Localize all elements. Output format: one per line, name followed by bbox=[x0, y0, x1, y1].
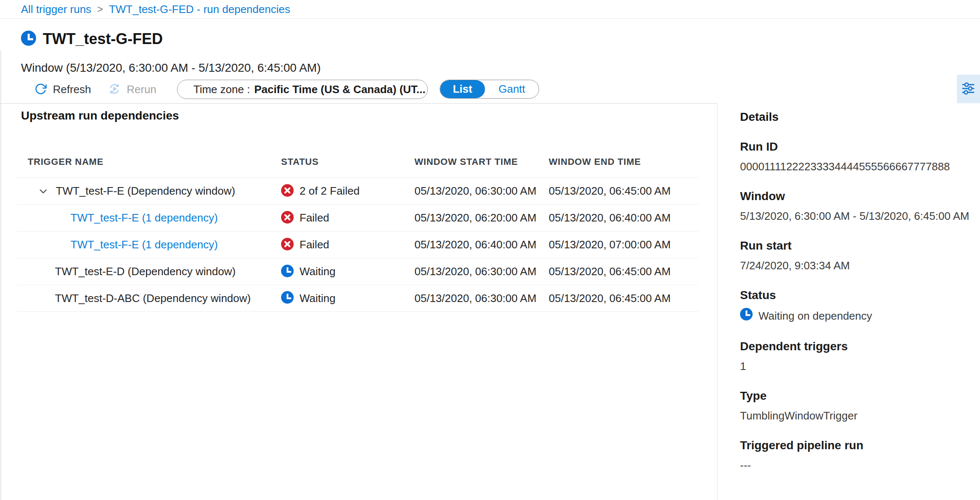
status-text: Waiting bbox=[300, 265, 336, 278]
refresh-icon bbox=[34, 83, 47, 96]
window-start-time: 05/13/2020, 06:30:00 AM bbox=[414, 292, 549, 305]
trigger-name-link[interactable]: TWT_test-F-E (1 dependency) bbox=[70, 211, 218, 224]
table-row: TWT_test-F-E (Dependency window)2 of 2 F… bbox=[17, 177, 699, 204]
details-field-value: 5/13/2020, 6:30:00 AM - 5/13/2020, 6:45:… bbox=[740, 209, 972, 223]
window-end-time: 05/13/2020, 06:40:00 AM bbox=[549, 211, 699, 224]
details-field-label: Run ID bbox=[740, 140, 778, 153]
status-cell: 2 of 2 Failed bbox=[281, 184, 414, 198]
timezone-value: Pacific Time (US & Canada) (UT... bbox=[254, 83, 425, 96]
sliders-icon bbox=[957, 81, 976, 98]
status-failed-icon bbox=[281, 238, 294, 252]
trigger-name-cell: TWT_test-E-D (Dependency window) bbox=[17, 265, 281, 278]
details-field: Run start7/24/2020, 9:03:34 AM bbox=[740, 239, 972, 273]
table-row: TWT_test-F-E (1 dependency)Failed05/13/2… bbox=[17, 231, 699, 258]
details-field: Run ID0000111122223333444455556666777788… bbox=[740, 140, 972, 174]
trigger-name: TWT_test-E-D (Dependency window) bbox=[55, 265, 236, 278]
status-text: Failed bbox=[300, 238, 329, 251]
details-field-text: 1 bbox=[740, 359, 746, 373]
details-field-text: Waiting on dependency bbox=[758, 309, 872, 323]
details-field-label: Type bbox=[740, 389, 766, 402]
details-field-text: 00001111222233334444555566667777888 bbox=[740, 159, 950, 174]
page-title: TWT_test-G-FED bbox=[43, 30, 163, 48]
status-text: 2 of 2 Failed bbox=[300, 185, 360, 198]
col-header-trigger-name: TRIGGER NAME bbox=[17, 156, 281, 167]
trigger-name-cell: TWT_test-F-E (Dependency window) bbox=[17, 185, 281, 198]
status-failed-icon bbox=[281, 211, 294, 225]
dependencies-table: TRIGGER NAME STATUS WINDOW START TIME WI… bbox=[17, 146, 699, 312]
breadcrumb-all-trigger-runs[interactable]: All trigger runs bbox=[21, 3, 91, 16]
status-text: Failed bbox=[300, 211, 329, 224]
status-cell: Failed bbox=[281, 211, 414, 225]
window-end-time: 05/13/2020, 07:00:00 AM bbox=[549, 238, 699, 251]
status-waiting-icon bbox=[281, 291, 294, 305]
col-header-window-start: WINDOW START TIME bbox=[414, 156, 549, 167]
view-toggle: List Gantt bbox=[440, 80, 539, 99]
column-settings-button[interactable] bbox=[957, 75, 980, 103]
table-row: TWT_test-F-E (1 dependency)Failed05/13/2… bbox=[17, 204, 699, 231]
rerun-label: Rerun bbox=[127, 83, 156, 96]
breadcrumb-separator: > bbox=[97, 3, 103, 15]
details-field-label: Run start bbox=[740, 239, 792, 252]
status-failed-icon bbox=[281, 184, 294, 198]
status-cell: Waiting bbox=[281, 265, 414, 279]
trigger-name-link[interactable]: TWT_test-F-E (1 dependency) bbox=[70, 238, 218, 251]
details-field-value: 7/24/2020, 9:03:34 AM bbox=[740, 258, 972, 273]
timezone-dropdown[interactable]: Time zone : Pacific Time (US & Canada) (… bbox=[177, 80, 428, 99]
details-field-label: Window bbox=[740, 190, 785, 203]
breadcrumb-current-page[interactable]: TWT_test-G-FED - run dependencies bbox=[109, 3, 290, 16]
window-start-time: 05/13/2020, 06:30:00 AM bbox=[414, 265, 549, 278]
details-field-text: 7/24/2020, 9:03:34 AM bbox=[740, 258, 850, 273]
window-end-time: 05/13/2020, 06:45:00 AM bbox=[549, 185, 699, 198]
rerun-icon bbox=[108, 83, 121, 96]
status-waiting-icon bbox=[281, 265, 294, 279]
trigger-name-cell: TWT_test-F-E (1 dependency) bbox=[17, 238, 281, 251]
details-field: Window5/13/2020, 6:30:00 AM - 5/13/2020,… bbox=[740, 189, 972, 223]
details-field-text: 5/13/2020, 6:30:00 AM - 5/13/2020, 6:45:… bbox=[740, 209, 969, 223]
details-panel: Details Run ID00001111222233334444555566… bbox=[717, 103, 980, 500]
refresh-button[interactable]: Refresh bbox=[34, 80, 91, 99]
details-field-value: TumblingWindowTrigger bbox=[740, 409, 972, 423]
status-text: Waiting bbox=[300, 292, 336, 305]
details-field-text: TumblingWindowTrigger bbox=[740, 409, 858, 423]
trigger-name: TWT_test-F-E (Dependency window) bbox=[56, 185, 235, 198]
table-row: TWT_test-D-ABC (Dependency window)Waitin… bbox=[17, 285, 699, 312]
status-cell: Waiting bbox=[281, 291, 414, 305]
window-start-time: 05/13/2020, 06:20:00 AM bbox=[414, 211, 549, 224]
page-header: TWT_test-G-FED bbox=[21, 30, 163, 48]
refresh-label: Refresh bbox=[53, 83, 91, 96]
expand-chevron-icon[interactable] bbox=[38, 186, 49, 197]
details-field-text: --- bbox=[740, 458, 751, 472]
details-field: Dependent triggers1 bbox=[740, 339, 972, 373]
timezone-label: Time zone : bbox=[193, 83, 250, 96]
col-header-status: STATUS bbox=[281, 156, 414, 167]
panel-edge-divider bbox=[0, 50, 1, 500]
gantt-view-button[interactable]: Gantt bbox=[485, 80, 539, 98]
trigger-name-cell: TWT_test-F-E (1 dependency) bbox=[17, 211, 281, 224]
details-field: TypeTumblingWindowTrigger bbox=[740, 389, 972, 423]
details-field-value: Waiting on dependency bbox=[740, 308, 972, 324]
col-header-window-end: WINDOW END TIME bbox=[549, 156, 699, 167]
details-field-value: 00001111222233334444555566667777888 bbox=[740, 159, 972, 174]
table-header-row: TRIGGER NAME STATUS WINDOW START TIME WI… bbox=[17, 146, 699, 177]
rerun-button[interactable]: Rerun bbox=[108, 80, 156, 99]
tumbling-window-clock-icon bbox=[21, 31, 36, 47]
trigger-name: TWT_test-D-ABC (Dependency window) bbox=[55, 292, 251, 305]
window-end-time: 05/13/2020, 06:45:00 AM bbox=[549, 265, 699, 278]
section-heading: Upstream run dependencies bbox=[21, 109, 179, 122]
status-waiting-icon bbox=[740, 308, 753, 324]
details-field-label: Status bbox=[740, 289, 776, 302]
window-range-label: Window (5/13/2020, 6:30:00 AM - 5/13/202… bbox=[21, 61, 321, 75]
window-start-time: 05/13/2020, 06:40:00 AM bbox=[414, 238, 549, 251]
breadcrumb: All trigger runs > TWT_test-G-FED - run … bbox=[0, 0, 980, 19]
table-row: TWT_test-E-D (Dependency window)Waiting0… bbox=[17, 258, 699, 285]
details-heading: Details bbox=[740, 110, 972, 124]
list-view-button[interactable]: List bbox=[440, 80, 485, 98]
details-field-value: 1 bbox=[740, 359, 972, 373]
details-field: Triggered pipeline run--- bbox=[740, 438, 972, 472]
details-field-label: Triggered pipeline run bbox=[740, 439, 863, 452]
window-start-time: 05/13/2020, 06:30:00 AM bbox=[414, 185, 549, 198]
window-end-time: 05/13/2020, 06:45:00 AM bbox=[549, 292, 699, 305]
details-field-value: --- bbox=[740, 458, 972, 472]
details-field-label: Dependent triggers bbox=[740, 340, 848, 353]
trigger-name-cell: TWT_test-D-ABC (Dependency window) bbox=[17, 292, 281, 305]
